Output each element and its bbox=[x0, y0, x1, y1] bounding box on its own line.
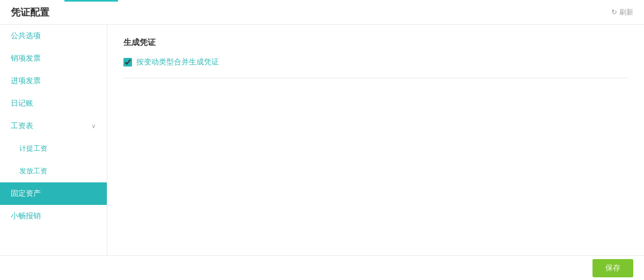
sidebar-item-label: 工资表 bbox=[11, 121, 33, 131]
sidebar-item-label: 计提工资 bbox=[19, 144, 47, 153]
sidebar-item-payroll-table[interactable]: 工资表∨ bbox=[0, 115, 107, 137]
sidebar: 公共选项销项发票进项发票日记账工资表∨计提工资发放工资固定资产小畅报销 bbox=[0, 25, 107, 280]
sidebar-item-public-options[interactable]: 公共选项 bbox=[0, 25, 107, 47]
sidebar-item-label: 发放工资 bbox=[19, 166, 47, 176]
section-divider bbox=[123, 78, 628, 78]
checkbox-row: 按变动类型合并生成凭证 bbox=[123, 57, 628, 67]
section-title: 生成凭证 bbox=[123, 38, 628, 48]
sidebar-item-fixed-assets[interactable]: 固定资产 bbox=[0, 182, 107, 205]
page-title: 凭证配置 bbox=[11, 6, 49, 19]
sidebar-item-label: 固定资产 bbox=[11, 189, 41, 198]
sidebar-item-purchase-invoice[interactable]: 进项发票 bbox=[0, 70, 107, 92]
sidebar-item-commission-payroll[interactable]: 计提工资 bbox=[0, 137, 107, 160]
sidebar-item-label: 进项发票 bbox=[11, 76, 41, 86]
sidebar-item-sales-invoice[interactable]: 销项发票 bbox=[0, 47, 107, 70]
refresh-label: 刷新 bbox=[619, 8, 633, 17]
sidebar-item-label: 公共选项 bbox=[11, 31, 41, 41]
sidebar-item-distribute-payroll[interactable]: 发放工资 bbox=[0, 160, 107, 182]
save-button[interactable]: 保存 bbox=[592, 259, 633, 277]
page-footer: 保存 bbox=[0, 255, 644, 280]
refresh-button[interactable]: ↻ 刷新 bbox=[611, 8, 633, 17]
main-layout: 公共选项销项发票进项发票日记账工资表∨计提工资发放工资固定资产小畅报销 生成凭证… bbox=[0, 25, 644, 280]
sidebar-item-journal[interactable]: 日记账 bbox=[0, 92, 107, 115]
sidebar-item-label: 日记账 bbox=[11, 99, 33, 108]
chevron-down-icon: ∨ bbox=[91, 122, 96, 130]
sidebar-item-label: 小畅报销 bbox=[11, 211, 41, 221]
page-header: 凭证配置 ↻ 刷新 bbox=[0, 0, 644, 25]
merge-by-type-checkbox[interactable] bbox=[123, 58, 132, 67]
merge-by-type-label[interactable]: 按变动类型合并生成凭证 bbox=[136, 57, 219, 67]
refresh-icon: ↻ bbox=[611, 8, 617, 16]
sidebar-item-expense-reimbursement[interactable]: 小畅报销 bbox=[0, 205, 107, 227]
sidebar-item-label: 销项发票 bbox=[11, 54, 41, 63]
main-content: 生成凭证 按变动类型合并生成凭证 bbox=[107, 25, 644, 280]
